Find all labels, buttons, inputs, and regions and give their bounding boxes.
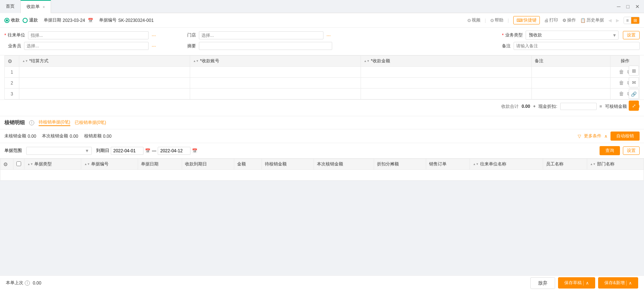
settings-button[interactable]: 设置	[623, 31, 640, 39]
video-button[interactable]: ⊙ 视频	[467, 17, 480, 23]
row-2-amount[interactable]	[361, 78, 531, 89]
range-select[interactable]: ▼	[26, 147, 92, 155]
calendar-icon[interactable]: 📅	[88, 18, 93, 23]
receipts-table: ⚙ ▲▼ *结算方式 ▲▼ *收款账号 ▲▼ *收款金额	[4, 55, 640, 99]
summary-input[interactable]	[199, 42, 332, 50]
radio-shoukuan[interactable]: 收款	[4, 17, 20, 23]
counterpart-field: * 往来单位 ···	[4, 31, 157, 39]
history-icon: 📋	[580, 18, 586, 23]
pending-tab[interactable]: 待核销单据(0笔)	[39, 119, 70, 126]
filter-settings-button[interactable]: 设置	[623, 146, 640, 155]
row-3-payment[interactable]	[19, 89, 190, 99]
tab-close-icon[interactable]: ×	[43, 5, 45, 9]
discount-input[interactable]	[560, 103, 597, 110]
auto-verify-button[interactable]: 自动核销	[610, 132, 640, 141]
view-grid-button[interactable]: ⊞	[631, 17, 639, 24]
save-new-arrow-icon[interactable]: ∧	[626, 281, 632, 286]
help-icon: ⊙	[490, 18, 494, 23]
select-all-checkbox[interactable]	[16, 161, 21, 166]
filter-icon: ▽	[578, 134, 581, 139]
close-button[interactable]: ✕	[634, 3, 641, 10]
discount-label: 现金折扣:	[538, 103, 557, 110]
col-bt-discount: 折扣分摊额	[374, 159, 426, 170]
salesperson-more-btn[interactable]: ···	[150, 43, 157, 49]
col-bt-settings[interactable]: ⚙	[0, 159, 13, 170]
bottom-table: ⚙ ▲▼ 单据类型 ▲▼ 单据编号	[0, 158, 644, 181]
view-list-button[interactable]: ≡	[624, 17, 631, 24]
store-input[interactable]	[199, 31, 323, 39]
biz-type-select[interactable]: 预收款 ▼	[526, 31, 619, 40]
bill-date-label: 单据日期	[44, 17, 61, 23]
store-field: 门店 ···	[179, 31, 332, 39]
calendar-to-icon[interactable]: 📅	[192, 148, 197, 153]
tab-shoukuan-label: 收款单	[27, 4, 40, 10]
this-verify-label: 本次核销金额	[42, 133, 68, 139]
delete-icon[interactable]: 🗑	[619, 91, 624, 97]
range-arrow-icon: ▼	[85, 148, 89, 153]
col-bt-checkbox[interactable]	[13, 159, 24, 170]
collapse-icon[interactable]: ∧	[604, 134, 608, 139]
query-button[interactable]: 查询	[600, 146, 620, 155]
radio-tuikuan[interactable]: 退款	[23, 17, 38, 23]
bill-no-field: 单据编号 SK-20230324-001	[99, 17, 153, 23]
calendar-from-icon[interactable]: 📅	[145, 148, 150, 153]
row-1-payment[interactable]	[19, 67, 190, 78]
col-remark-header: 备注	[531, 56, 610, 67]
row-3-account[interactable]	[190, 89, 361, 99]
row-2-remark[interactable]	[531, 78, 610, 89]
delete-icon[interactable]: 🗑	[619, 80, 624, 86]
row-2-account[interactable]	[190, 78, 361, 89]
row-3-remark[interactable]	[531, 89, 610, 99]
row-2-payment[interactable]	[19, 78, 190, 89]
salesperson-input[interactable]	[24, 42, 149, 50]
due-date-to-input[interactable]	[158, 147, 191, 155]
row-3-amount[interactable]	[361, 89, 531, 99]
save-new-button[interactable]: 保存&新增 ∧	[598, 277, 638, 289]
done-tab[interactable]: 已核销单据(0笔)	[75, 119, 106, 126]
verification-title: 核销明细	[4, 119, 25, 126]
due-date-from-input[interactable]	[111, 147, 144, 155]
minimize-button[interactable]: ─	[616, 3, 622, 10]
history-button[interactable]: 📋 历史单据	[580, 17, 604, 23]
print-button[interactable]: 🖨 打印	[544, 17, 558, 23]
circle-play-icon: ⊙	[467, 18, 471, 23]
store-more-btn[interactable]: ···	[325, 32, 332, 38]
col-settings-header[interactable]: ⚙	[5, 56, 19, 67]
counterpart-more-btn[interactable]: ···	[150, 32, 157, 38]
save-draft-label: 保存草稿	[564, 280, 582, 286]
counterpart-input[interactable]	[28, 31, 149, 39]
help-button[interactable]: ⊙ 帮助	[490, 17, 503, 23]
col-amount-header: ▲▼ *收款金额	[361, 56, 531, 67]
table-row: 3 🗑 ⧉	[5, 89, 640, 99]
operations-button[interactable]: ⚙ 操作	[562, 17, 576, 23]
panel-expand-icon[interactable]: ⤢	[629, 101, 639, 111]
tab-shoukuan[interactable]: 收款单 ×	[20, 0, 51, 13]
save-draft-button[interactable]: 保存草稿 ∧	[558, 277, 595, 289]
shortcut-button[interactable]: ⌨ 快捷键	[513, 16, 540, 24]
print-icon: 🖨	[544, 18, 549, 23]
info-icon[interactable]: i	[25, 281, 30, 286]
row-1-account[interactable]	[190, 67, 361, 78]
this-verify-item: 本次核销金额 0.00	[42, 133, 78, 139]
more-conditions-button[interactable]: 更多条件	[584, 133, 601, 139]
row-1-remark[interactable]	[531, 67, 610, 78]
save-draft-arrow-icon[interactable]: ∧	[583, 281, 589, 286]
panel-mail-icon[interactable]: ✉	[629, 77, 639, 87]
table-footer: 收款合计 0.00 + 现金折扣: = 可核销金额 0.00	[0, 99, 644, 113]
col-bt-type: ▲▼ 单据类型	[24, 159, 81, 170]
settings-icon: ⚙	[8, 58, 12, 64]
abandon-button[interactable]: 放弃	[530, 277, 555, 289]
panel-link-icon[interactable]: 🔗	[629, 89, 639, 99]
remark-input[interactable]	[514, 42, 640, 50]
panel-table-icon[interactable]: ⊞	[629, 66, 639, 76]
maximize-button[interactable]: □	[625, 3, 631, 10]
unverified-item: 未核销金额 0.00	[4, 133, 36, 139]
delete-icon[interactable]: 🗑	[619, 69, 624, 75]
biz-type-label: 业务类型	[505, 32, 524, 38]
tab-home[interactable]: 首页	[0, 0, 20, 13]
row-1-amount[interactable]	[361, 67, 531, 78]
col-bt-amount: 金额	[234, 159, 262, 170]
info-icon[interactable]: i	[29, 120, 34, 125]
diff-value: 0.00	[103, 134, 111, 139]
col-bt-pending: 待核销金额	[262, 159, 314, 170]
